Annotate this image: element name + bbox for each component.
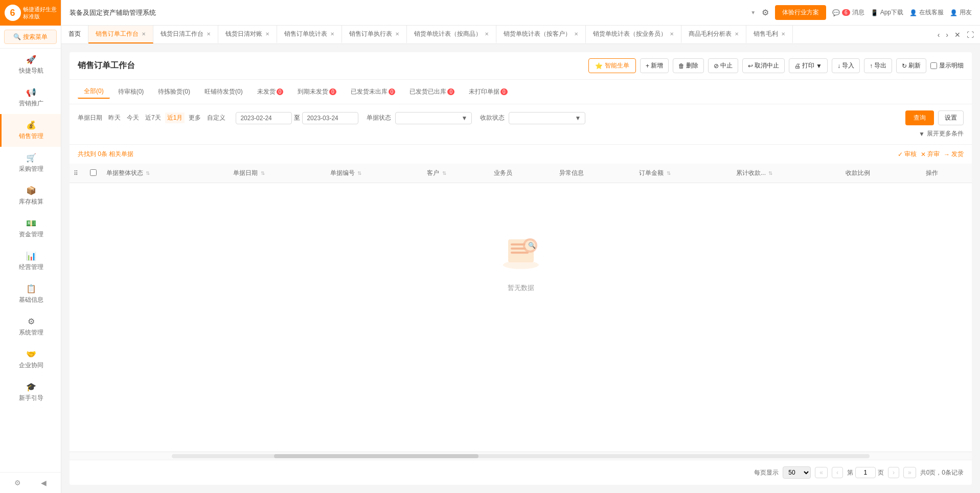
expand-conditions-button[interactable]: ▼ 展开更多条件 — [919, 129, 964, 138]
tab-close-money-clear[interactable]: ✕ — [207, 31, 211, 37]
filter-tab-unshipped[interactable]: 未发货0 — [251, 85, 290, 98]
sidebar-settings-button[interactable]: ⚙ — [12, 477, 23, 489]
sidebar-item-finance[interactable]: 💵资金管理 — [0, 212, 61, 245]
sidebar-item-business[interactable]: 📊经营管理 — [0, 245, 61, 278]
sidebar-item-quick-nav[interactable]: 🚀快捷导航 — [0, 49, 61, 81]
add-button[interactable]: + 新增 — [640, 58, 669, 73]
scrollbar-thumb[interactable] — [274, 454, 478, 458]
th-amount[interactable]: 订单金额 ⇅ — [635, 164, 732, 183]
tab-money-clear[interactable]: 钱货日清工作台✕ — [153, 26, 218, 43]
tab-sales-customer[interactable]: 销货单统计表（按客户）✕ — [496, 26, 586, 43]
next-page-button[interactable]: › — [888, 467, 899, 478]
tab-close-sales-gross[interactable]: ✕ — [781, 31, 785, 37]
filter-tab-overdue-ship[interactable]: 到期未发货0 — [291, 85, 343, 98]
tab-sales-goods[interactable]: 销货单统计表（按商品）✕ — [407, 26, 496, 43]
tab-close-sales-execute[interactable]: ✕ — [395, 31, 399, 37]
message-button[interactable]: 💬 6 消息 — [832, 8, 864, 17]
shortcut-7days[interactable]: 近7天 — [143, 113, 163, 123]
cancel-stop-button[interactable]: ↩ 取消中止 — [742, 58, 785, 73]
filter-tab-shipped-not-out[interactable]: 已发货未出库0 — [345, 85, 402, 98]
smart-create-button[interactable]: ⭐ 智能生单 — [588, 58, 636, 73]
per-page-select[interactable]: 10 20 50 100 — [783, 466, 811, 479]
page-number-input[interactable] — [855, 467, 876, 478]
search-row: 单据日期 昨天 今天 近7天 近1月 更多 自定义 至 — [78, 110, 964, 125]
tab-label-home: 首页 — [69, 30, 81, 38]
refresh-button[interactable]: ↻ 刷新 — [896, 58, 926, 73]
import-button[interactable]: ↓ 导入 — [832, 58, 860, 73]
tab-close-money-reconcile[interactable]: ✕ — [265, 31, 269, 37]
shortcut-custom[interactable]: 自定义 — [205, 113, 227, 123]
shortcut-1month[interactable]: 近1月 — [165, 113, 185, 123]
filter-tab-unprinted[interactable]: 未打印单据0 — [463, 85, 514, 98]
filter-tab-shop-pending[interactable]: 旺铺待发货(0) — [198, 85, 249, 98]
sidebar-item-inventory[interactable]: 📦库存核算 — [0, 180, 61, 212]
select-all-checkbox[interactable] — [90, 169, 97, 176]
date-to-input[interactable] — [302, 112, 358, 124]
sidebar-item-newbie[interactable]: 🎓新手引导 — [0, 376, 61, 409]
tabs-fullscreen-button[interactable]: ⛶ — [965, 29, 976, 41]
shortcut-today[interactable]: 今天 — [125, 113, 141, 123]
tab-close-sales-staff[interactable]: ✕ — [670, 31, 674, 37]
sidebar-item-basic-info[interactable]: 📋基础信息 — [0, 278, 61, 310]
show-detail-checkbox[interactable] — [930, 62, 937, 69]
tab-close-sales-stats[interactable]: ✕ — [330, 31, 334, 37]
print-button[interactable]: 🖨 打印 ▼ — [789, 58, 828, 73]
batch-review-button[interactable]: ✓审核 — [898, 150, 917, 159]
tab-close-sales-goods[interactable]: ✕ — [485, 31, 489, 37]
tab-sales-workbench[interactable]: 销售订单工作台✕ — [88, 26, 153, 43]
shortcut-more[interactable]: 更多 — [187, 113, 203, 123]
app-download-button[interactable]: 📱 App下载 — [871, 8, 903, 17]
tab-close-gross-profit[interactable]: ✕ — [735, 31, 739, 37]
sidebar-item-marketing[interactable]: 📢营销推广 — [0, 81, 61, 114]
tab-money-reconcile[interactable]: 钱货日清对账✕ — [218, 26, 277, 43]
show-detail-label[interactable]: 显示明细 — [930, 61, 964, 70]
scrollbar-track[interactable] — [172, 454, 870, 458]
last-page-button[interactable]: » — [903, 467, 916, 478]
header-settings-icon[interactable]: ⚙ — [762, 8, 769, 17]
tab-gross-profit[interactable]: 商品毛利分析表✕ — [681, 26, 746, 43]
tab-close-sales-workbench[interactable]: ✕ — [142, 31, 146, 37]
system-dropdown-icon[interactable]: ▼ — [750, 10, 756, 15]
sidebar-item-enterprise[interactable]: 🤝企业协同 — [0, 343, 61, 376]
date-from-input[interactable] — [236, 112, 292, 124]
tab-sales-stats[interactable]: 销售订单统计表✕ — [277, 26, 342, 43]
tab-sales-gross[interactable]: 销售毛利✕ — [746, 26, 793, 43]
shortcut-yesterday[interactable]: 昨天 — [106, 113, 123, 123]
query-button[interactable]: 查询 — [905, 110, 934, 125]
th-customer[interactable]: 客户 ⇅ — [423, 164, 490, 183]
search-menu-button[interactable]: 🔍 搜索菜单 — [4, 30, 57, 44]
first-page-button[interactable]: « — [815, 467, 828, 478]
th-date[interactable]: 单据日期 ⇅ — [229, 164, 326, 183]
tab-close-sales-customer[interactable]: ✕ — [574, 31, 578, 37]
filter-tab-all[interactable]: 全部(0) — [78, 85, 110, 99]
filter-tab-pending-review[interactable]: 待审核(0) — [112, 85, 150, 98]
sidebar-collapse-button[interactable]: ◀ — [39, 477, 49, 489]
status-select[interactable]: ▼ — [395, 112, 472, 124]
batch-cancel-review-button[interactable]: ✕弃审 — [921, 150, 940, 159]
tab-sales-execute[interactable]: 销售订单执行表✕ — [342, 26, 407, 43]
user-menu-button[interactable]: 👤 用友 — [950, 8, 972, 17]
tab-home[interactable]: 首页 — [61, 26, 88, 43]
th-collected[interactable]: 累计收款... ⇅ — [732, 164, 841, 183]
settings-button[interactable]: 设置 — [938, 110, 964, 125]
export-button[interactable]: ↑ 导出 — [864, 58, 892, 73]
filter-tab-shipped-out[interactable]: 已发货已出库0 — [403, 85, 461, 98]
batch-ship-button[interactable]: →发货 — [944, 150, 964, 159]
sidebar-bottom: ⚙ ◀ — [0, 472, 61, 493]
online-service-button[interactable]: 👤 在线客服 — [909, 8, 944, 17]
tabs-next-button[interactable]: › — [944, 29, 950, 41]
sidebar-item-system[interactable]: ⚙系统管理 — [0, 310, 61, 343]
delete-button[interactable]: 🗑 删除 — [673, 58, 704, 73]
experience-button[interactable]: 体验行业方案 — [775, 5, 826, 20]
tab-sales-staff[interactable]: 销货单统计表（按业务员）✕ — [586, 26, 681, 43]
th-number[interactable]: 单据编号 ⇅ — [326, 164, 423, 183]
tabs-close-button[interactable]: ✕ — [952, 29, 963, 41]
payment-select[interactable]: ▼ — [509, 112, 585, 124]
sidebar-item-sales[interactable]: 💰销售管理 — [0, 114, 61, 147]
prev-page-button[interactable]: ‹ — [832, 467, 843, 478]
filter-tab-pending-pick[interactable]: 待拣验货(0) — [152, 85, 196, 98]
scrollbar-area[interactable] — [70, 452, 972, 460]
tabs-prev-button[interactable]: ‹ — [936, 29, 942, 41]
sidebar-item-purchase[interactable]: 🛒采购管理 — [0, 147, 61, 180]
stop-button[interactable]: ⊘ 中止 — [708, 58, 738, 73]
